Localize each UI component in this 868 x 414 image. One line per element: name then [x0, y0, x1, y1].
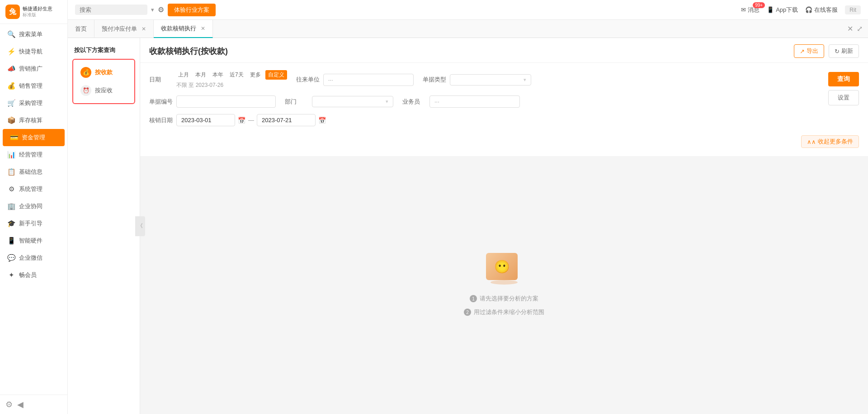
dept-select[interactable]: ▾ — [312, 96, 393, 107]
date-field: 日期 上月 本月 本年 近7天 更多 自定义 — [149, 70, 287, 89]
search-menu-icon: 🔍 — [7, 30, 15, 38]
search-input[interactable] — [75, 5, 147, 15]
writeoff-date-group: 📅 — 📅 — [176, 114, 326, 126]
tab-bar: 首页 预付冲应付单 ✕ 收款核销执行 ✕ ✕ ⤢ — [68, 20, 868, 38]
refresh-button[interactable]: ↻ 刷新 — [829, 44, 859, 58]
solution-button[interactable]: 体验行业方案 — [168, 4, 216, 16]
page-title: 收款核销执行(按收款) — [149, 46, 228, 57]
date-tab-this-month[interactable]: 本月 — [193, 70, 208, 80]
header-dropdown-icon[interactable]: ▾ — [151, 6, 154, 13]
app-download-button[interactable]: 📱 App下载 — [767, 6, 798, 14]
filter-collapse-button[interactable]: 《 — [135, 216, 145, 236]
sidebar-item-basic[interactable]: 📋 基础信息 — [0, 163, 67, 181]
top-header: ▾ ⚙ 体验行业方案 ✉ 消息 99+ 📱 App下载 🎧 在线客服 Rit — [68, 0, 868, 20]
sidebar-item-search-menu[interactable]: 🔍 搜索菜单 — [0, 26, 67, 43]
writeoff-end-calendar-icon[interactable]: 📅 — [318, 117, 326, 124]
hardware-icon: 📱 — [7, 237, 15, 245]
collapse-conditions-button[interactable]: ∧∧ 收起更多条件 — [801, 135, 859, 148]
sidebar-item-hardware[interactable]: 📱 智能硬件 — [0, 232, 67, 249]
service-icon: 🎧 — [805, 6, 812, 13]
sidebar-item-finance[interactable]: 💳 资金管理 — [3, 129, 65, 146]
sidebar-item-inventory[interactable]: 📦 库存核算 — [0, 112, 67, 129]
sidebar-item-system[interactable]: ⚙ 系统管理 — [0, 181, 67, 198]
writeoff-end-input[interactable] — [257, 114, 316, 126]
quick-nav-icon: ⚡ — [7, 48, 15, 56]
online-service-button[interactable]: 🎧 在线客服 — [805, 6, 838, 14]
receipt-label: 按收款 — [95, 68, 113, 76]
vip-label: 畅会员 — [19, 271, 37, 279]
writeoff-tab-label: 收款核销执行 — [161, 24, 196, 33]
maximize-window-icon[interactable]: ⤢ — [857, 24, 863, 33]
sidebar-item-quick-nav[interactable]: ⚡ 快捷导航 — [0, 43, 67, 60]
date-tab-last-month[interactable]: 上月 — [176, 70, 191, 80]
tab-home[interactable]: 首页 — [68, 20, 94, 38]
salesman-label: 业务员 — [402, 98, 426, 106]
sidebar-item-purchase[interactable]: 🛒 采购管理 — [0, 95, 67, 112]
date-tab-this-year[interactable]: 本年 — [211, 70, 225, 80]
basic-label: 基础信息 — [19, 168, 42, 176]
collapse-sidebar-icon[interactable]: ◀ — [17, 400, 24, 409]
salesman-select[interactable]: ··· — [429, 95, 520, 108]
sidebar-item-vip[interactable]: ✦ 畅会员 — [0, 266, 67, 284]
filter-by-receipt[interactable]: 💰 按收款 — [76, 63, 132, 81]
tip1-num: 1 — [470, 295, 477, 302]
tab-prepay[interactable]: 预付冲应付单 ✕ — [94, 20, 154, 38]
filter-panel-title: 按以下方案查询 — [68, 43, 140, 59]
dept-chevron: ▾ — [386, 99, 388, 105]
main-area: ▾ ⚙ 体验行业方案 ✉ 消息 99+ 📱 App下载 🎧 在线客服 Rit 首… — [68, 0, 868, 414]
settings-button[interactable]: 设置 — [828, 90, 859, 105]
date-no-limit: 不限 至 2023-07-26 — [176, 81, 287, 89]
writeoff-date-label: 核销日期 — [149, 116, 173, 124]
sidebar-item-marketing[interactable]: 📣 营销推广 — [0, 60, 67, 77]
app-icon: 📱 — [767, 6, 774, 13]
vip-icon: ✦ — [7, 271, 15, 279]
voucher-no-field: 单据编号 — [149, 95, 276, 108]
wechat-icon: 💬 — [7, 254, 15, 262]
sidebar-item-newbie[interactable]: 🎓 新手引导 — [0, 215, 67, 232]
filter-by-receivable[interactable]: ⏰ 按应收 — [76, 81, 132, 100]
counterparty-label: 往来单位 — [296, 76, 320, 84]
export-button[interactable]: ↗ 导出 — [794, 44, 824, 58]
header-right: ✉ 消息 99+ 📱 App下载 🎧 在线客服 Rit — [741, 5, 861, 14]
page-content: 按以下方案查询 💰 按收款 ⏰ 按应收 《 收款核销执行(按收款) — [68, 38, 868, 414]
prepay-tab-close[interactable]: ✕ — [142, 26, 146, 32]
marketing-icon: 📣 — [7, 65, 15, 73]
date-tab-custom[interactable]: 自定义 — [265, 70, 287, 80]
sidebar-item-operation[interactable]: 📊 经营管理 — [0, 146, 67, 163]
date-tab-more[interactable]: 更多 — [248, 70, 263, 80]
operation-label: 经营管理 — [19, 151, 42, 159]
counterparty-placeholder: ··· — [328, 76, 409, 83]
sidebar-item-sales[interactable]: 💰 销售管理 — [0, 77, 67, 95]
sidebar-item-wechat[interactable]: 💬 企业微信 — [0, 249, 67, 266]
counterparty-select[interactable]: ··· — [323, 74, 414, 86]
finance-icon: 💳 — [10, 133, 18, 142]
sales-icon: 💰 — [7, 82, 15, 90]
close-window-icon[interactable]: ✕ — [847, 24, 853, 33]
sidebar-item-enterprise[interactable]: 🏢 企业协同 — [0, 198, 67, 215]
enterprise-label: 企业协同 — [19, 202, 42, 210]
message-badge: 99+ — [753, 2, 765, 8]
query-button[interactable]: 查询 — [828, 72, 859, 86]
logo-sub: 标准版 — [23, 12, 52, 18]
writeoff-start-calendar-icon[interactable]: 📅 — [238, 117, 245, 124]
tab-writeoff[interactable]: 收款核销执行 ✕ — [154, 20, 213, 38]
voucher-no-input[interactable] — [176, 95, 276, 108]
writeoff-start-input[interactable] — [176, 114, 235, 126]
header-gear-icon[interactable]: ⚙ — [158, 5, 164, 14]
search-form: 日期 上月 本月 本年 近7天 更多 自定义 — [140, 63, 868, 156]
inventory-label: 库存核算 — [19, 116, 42, 124]
sales-label: 销售管理 — [19, 82, 42, 90]
empty-box-shape: 😶 — [486, 253, 518, 280]
date-separator: — — [248, 117, 254, 124]
voucher-type-select[interactable]: ▾ — [450, 74, 531, 86]
writeoff-tab-close[interactable]: ✕ — [201, 25, 205, 32]
system-label: 系统管理 — [19, 185, 42, 193]
date-tab-7days[interactable]: 近7天 — [228, 70, 245, 80]
empty-illustration: 😶 — [481, 248, 527, 285]
user-avatar[interactable]: Rit — [845, 5, 861, 14]
settings-bottom-icon[interactable]: ⚙ — [5, 400, 13, 409]
message-button[interactable]: ✉ 消息 99+ — [741, 6, 760, 14]
service-label: 在线客服 — [814, 6, 838, 14]
empty-shadow-shape — [491, 280, 518, 285]
tip1-text: 请先选择要分析的方案 — [480, 295, 538, 303]
